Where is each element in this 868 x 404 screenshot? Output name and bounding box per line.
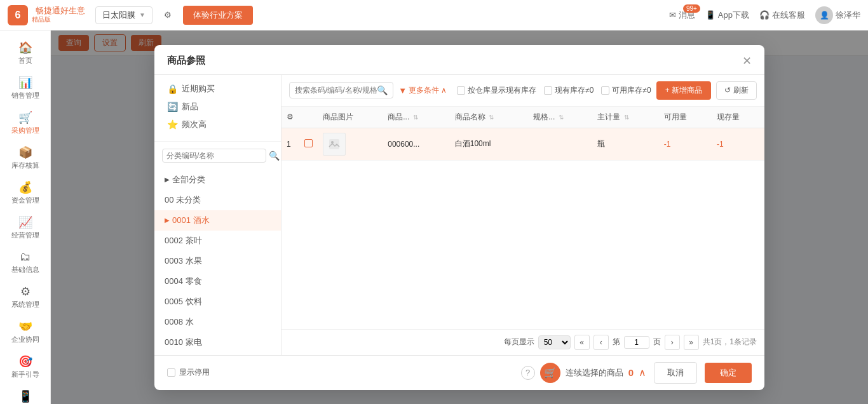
category-item-0001[interactable]: ▶ 0001 酒水 [154,210,281,231]
sidebar-item-appcenter[interactable]: 📱 应用中心 [0,384,50,404]
filter-new[interactable]: 🔄 新品 [162,98,273,116]
category-item-0004[interactable]: 0004 零食 [154,271,281,292]
product-table-wrap: ⚙ 商品图片 商品... ⇅ [281,107,764,329]
category-search-input[interactable] [162,149,266,163]
user-name: 徐泽华 [836,10,860,21]
row-stock: -1 [712,128,764,160]
confirm-button[interactable]: 确定 [705,363,752,383]
cart-label: 连续选择的商品 [566,367,623,379]
category-item-0002[interactable]: 0002 茶叶 [154,231,281,251]
online-service-button[interactable]: 🎧 在线客服 [759,10,805,21]
checkbox-usable-label: 可用库存≠0 [612,85,651,96]
show-disabled-checkbox[interactable]: 显示停用 [167,367,210,378]
category-item-0003[interactable]: 0003 水果 [154,251,281,271]
sidebar-item-finance[interactable]: 💰 资金管理 [0,175,50,210]
appcenter-icon: 📱 [18,389,32,403]
close-icon[interactable]: ✕ [742,54,752,68]
sidebar-item-sales[interactable]: 📊 销售管理 [0,71,50,105]
sidebar-item-home[interactable]: 🏠 首页 [0,36,50,71]
content-area: 查询 设置 刷新 商品参照 ✕ 🔒 [51,30,868,404]
filter-frequent-label: 频次高 [182,119,207,130]
checkbox-by-warehouse[interactable]: 按仓库显示现有库存 [457,85,536,96]
category-item-0005[interactable]: 0005 饮料 [154,292,281,312]
next-page-button[interactable]: › [665,335,680,350]
app-download-button[interactable]: 📱 App下载 [705,10,749,21]
last-page-button[interactable]: » [684,335,699,350]
store-selector[interactable]: 日太阳膜 ▼ [95,6,153,24]
more-filter-button[interactable]: ▼ 更多条件 ∧ [398,85,447,96]
headset-icon: 🎧 [759,10,770,20]
checkbox-icon [457,86,465,95]
modal-title: 商品参照 [167,55,205,67]
search-input-wrap: 🔍 [289,82,393,98]
category-item-00[interactable]: 00 未分类 [154,190,281,210]
category-item-0010[interactable]: 0010 家电 [154,332,281,353]
first-page-button[interactable]: « [574,335,590,350]
row-code: 000600... [383,128,450,160]
operations-icon: 📈 [18,215,32,229]
row-checkbox[interactable] [299,128,318,160]
cart-count: 0 [628,367,634,378]
trial-button[interactable]: 体验行业方案 [183,6,253,25]
sidebar-item-purchase[interactable]: 🛒 采购管理 [0,105,50,140]
sort-icon: ⇅ [489,114,494,121]
chevron-up-icon: ∧ [441,86,447,95]
row-name: 白酒100ml [450,128,529,160]
avatar: 👤 [815,6,833,24]
prev-page-button[interactable]: ‹ [593,335,609,350]
sidebar-item-label: 销售管理 [11,91,39,100]
filter-recent[interactable]: 🔒 近期购买 [162,80,273,98]
cancel-button[interactable]: 取消 [654,362,697,384]
messages-button[interactable]: ✉ 消息 99+ [669,10,695,21]
sidebar-item-basics[interactable]: 🗂 基础信息 [0,245,50,279]
left-panel: 🔒 近期购买 🔄 新品 ⭐ 频次高 [154,75,281,355]
page-summary: 共1页，1条记录 [703,337,757,347]
settings-icon[interactable]: ⚙ [158,5,178,25]
search-icon[interactable]: 🔍 [377,85,388,95]
checkbox-usable[interactable]: 可用库存≠0 [601,85,651,96]
category-item-all[interactable]: ▶ 全部分类 [154,170,281,190]
category-item-0008[interactable]: 0008 水 [154,312,281,332]
table-row[interactable]: 1 [281,128,764,160]
filter-frequent[interactable]: ⭐ 频次高 [162,116,273,133]
sidebar-item-label: 首页 [18,56,32,65]
th-available[interactable]: 可用量 [659,107,712,128]
per-page-select[interactable]: 50 10 20 100 [538,335,571,349]
show-disabled-icon [167,368,175,377]
nav-right: ✉ 消息 99+ 📱 App下载 🎧 在线客服 👤 徐泽华 [669,6,860,24]
th-stock[interactable]: 现存量 [712,107,764,128]
mobile-icon: 📱 [705,10,715,20]
guide-icon: 🎯 [18,354,32,368]
checkbox-icon [544,86,552,95]
th-spec[interactable]: 规格... ⇅ [528,107,592,128]
sidebar-item-cooperation[interactable]: 🤝 企业协同 [0,314,50,349]
online-service-label: 在线客服 [772,10,805,21]
category-label: 全部分类 [172,174,205,185]
product-search-input[interactable] [295,86,377,95]
checkbox-available[interactable]: 现有库存≠0 [544,85,593,96]
sidebar-item-operations[interactable]: 📈 经营管理 [0,210,50,245]
refresh-icon: ↺ [724,86,731,95]
app-logo: 6 畅捷通好生意 精品版 [8,5,85,25]
help-icon[interactable]: ? [521,366,535,380]
basics-icon: 🗂 [20,250,31,264]
refresh-button[interactable]: ↺ 刷新 [716,81,757,100]
collapse-cart-icon[interactable]: ∧ [639,367,646,379]
th-settings[interactable]: ⚙ [281,107,299,128]
sidebar-item-system[interactable]: ⚙ 系统管理 [0,279,50,314]
checkbox-available-label: 现有库存≠0 [555,85,593,96]
quick-filters: 🔒 近期购买 🔄 新品 ⭐ 频次高 [154,75,281,138]
th-name[interactable]: 商品名称 ⇅ [450,107,529,128]
user-menu[interactable]: 👤 徐泽华 [815,6,860,24]
th-unit[interactable]: 主计量 ⇅ [592,107,658,128]
add-product-button[interactable]: + 新增商品 [656,81,711,100]
finance-icon: 💰 [18,180,32,194]
sidebar-item-guide[interactable]: 🎯 新手引导 [0,349,50,384]
product-thumbnail [323,133,346,156]
sidebar-item-inventory[interactable]: 📦 库存核算 [0,140,50,175]
page-input[interactable] [624,336,649,349]
th-code[interactable]: 商品... ⇅ [383,107,450,128]
logo-sub: 精品版 [32,15,85,24]
more-filter-label: 更多条件 [409,85,439,96]
category-search-icon[interactable]: 🔍 [269,151,280,161]
